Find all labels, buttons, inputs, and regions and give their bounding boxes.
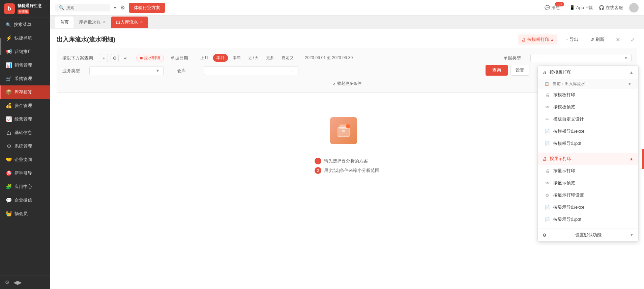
dropdown-footer-default[interactable]: ⚙ 设置默认功能 ▼ bbox=[538, 229, 638, 241]
dropdown-display-export-pdf[interactable]: 📄 按显示导出pdf bbox=[538, 213, 638, 226]
dropdown-display-print[interactable]: 🖨 按显示打印 bbox=[538, 165, 638, 177]
sidebar-item-wechat[interactable]: 💬 企业微信 bbox=[0, 193, 50, 207]
quick-nav-icon: ⚡ bbox=[6, 35, 12, 41]
sidebar: b 畅捷通好生意 标准版 🔍 搜索菜单 ⚡ 快捷导航 📢 营销推广 📊 销售管理 bbox=[0, 0, 50, 289]
template-print-icon: 🖨 bbox=[545, 92, 550, 98]
date-btn-more[interactable]: 更多 bbox=[263, 54, 277, 62]
warehouse-more-icon: ··· bbox=[291, 68, 295, 73]
refresh-button[interactable]: ↺ 刷新 bbox=[587, 34, 608, 45]
current-template-icon: 📋 bbox=[545, 82, 549, 86]
dropdown-section-template: 🖨 按模板打印 👁 按模板预览 ✏ 模板自定义设计 📄 按模板导出excel 📄 bbox=[538, 89, 638, 151]
search-icon: 🔍 bbox=[6, 22, 11, 27]
app-download-icon: 📱 bbox=[569, 5, 575, 10]
main-area: 🔍 ▾ ⚙ 体验行业方案 💬 消息 99+ 📱 App下载 🎧 在线客服 bbox=[50, 0, 644, 289]
topbar-gear-icon[interactable]: ⚙ bbox=[120, 4, 125, 11]
dropdown-template-design[interactable]: ✏ 模板自定义设计 bbox=[538, 113, 638, 125]
filter-settings-button[interactable]: ⚙ bbox=[111, 54, 119, 62]
tab-inventory-batch[interactable]: 库存批次账 ✕ bbox=[74, 17, 111, 28]
add-filter-button[interactable]: + bbox=[100, 54, 108, 62]
sidebar-item-system[interactable]: ⚙ 系统管理 bbox=[0, 139, 50, 153]
date-btn-last-month[interactable]: 上月 bbox=[198, 54, 211, 62]
sidebar-item-inventory[interactable]: 📦 库存核算 bbox=[0, 85, 50, 99]
svg-text:!: ! bbox=[348, 125, 349, 128]
sidebar-item-apps[interactable]: 🧩 应用中心 bbox=[0, 180, 50, 193]
page-header: 出入库流水(流水明细) 🖨 按模板打印 ▲ ↑ 导出 ↺ 刷新 ✕ ⤢ bbox=[50, 29, 644, 45]
dropdown-section-display: 🖨 按显示打印 ▲ 🖨 按显示打印 👁 按显示预览 ⚙ 按显示打印设置 bbox=[538, 153, 638, 227]
tab-home[interactable]: 首页 bbox=[55, 17, 74, 28]
app-download-button[interactable]: 📱 App下载 bbox=[569, 5, 593, 11]
dropdown-template-print[interactable]: 🖨 按模板打印 bbox=[538, 89, 638, 101]
dropdown-collapse-arrow[interactable]: ▲ bbox=[629, 70, 634, 75]
sidebar-item-purchase[interactable]: 🛒 采购管理 bbox=[0, 72, 50, 85]
sidebar-item-guide[interactable]: 🎯 新手引导 bbox=[0, 166, 50, 180]
warehouse-select[interactable]: ··· bbox=[204, 66, 298, 75]
sidebar-item-operations[interactable]: 📈 经营管理 bbox=[0, 112, 50, 126]
dropdown-template-export-pdf[interactable]: 📄 按模板导出pdf bbox=[538, 137, 638, 150]
biz-type-label: 业务类型 bbox=[62, 68, 83, 74]
display-excel-icon: 📄 bbox=[545, 205, 550, 210]
close-stock-flow-tab[interactable]: ✕ bbox=[140, 20, 143, 24]
dropdown-template-export-excel[interactable]: 📄 按模板导出excel bbox=[538, 125, 638, 137]
biz-type-select[interactable]: ▼ bbox=[89, 66, 164, 75]
message-button[interactable]: 💬 消息 99+ bbox=[545, 5, 560, 11]
industry-solution-button[interactable]: 体验行业方案 bbox=[129, 3, 165, 13]
display-section-collapse[interactable]: ▲ bbox=[629, 156, 634, 161]
query-button[interactable]: 查询 bbox=[486, 65, 508, 76]
close-page-button[interactable]: ✕ bbox=[613, 35, 622, 44]
sidebar-item-collab[interactable]: 🤝 企业协同 bbox=[0, 153, 50, 166]
search-input[interactable] bbox=[66, 5, 107, 10]
topbar-dropdown-arrow[interactable]: ▾ bbox=[114, 5, 116, 10]
tab-stock-flow[interactable]: 出入库流水 ✕ bbox=[111, 17, 148, 28]
collapse-more-btn[interactable]: ∧ 收起更多条件 bbox=[329, 79, 365, 88]
display-preview-icon: 👁 bbox=[545, 180, 550, 186]
date-btn-custom[interactable]: 自定义 bbox=[279, 54, 296, 62]
user-avatar[interactable] bbox=[629, 3, 639, 12]
page-content: 出入库流水(流水明细) 🖨 按模板打印 ▲ ↑ 导出 ↺ 刷新 ✕ ⤢ bbox=[50, 29, 644, 289]
box-svg: ! bbox=[335, 122, 352, 139]
dropdown-display-section-header[interactable]: 🖨 按显示打印 ▲ bbox=[538, 153, 638, 165]
sidebar-item-sales[interactable]: 📊 销售管理 bbox=[0, 58, 50, 72]
export-button[interactable]: ↑ 导出 bbox=[563, 34, 582, 45]
svg-rect-3 bbox=[342, 130, 345, 132]
sidebar-item-finance[interactable]: 💰 资金管理 bbox=[0, 99, 50, 112]
sidebar-item-marketing[interactable]: 📢 营销推广 bbox=[0, 45, 50, 58]
topbar-search-box[interactable]: 🔍 bbox=[55, 4, 110, 11]
collapse-sidebar-icon[interactable]: ◀▶ bbox=[13, 279, 22, 286]
biz-type-arrow: ▼ bbox=[155, 68, 160, 73]
empty-steps: 1 请先选择要分析的方案 2 用[过滤]条件来缩小分析范围 bbox=[315, 158, 379, 174]
sidebar-item-member[interactable]: 👑 畅会员 bbox=[0, 207, 50, 220]
online-service-button[interactable]: 🎧 在线客服 bbox=[599, 5, 623, 11]
collapse-filter-button[interactable]: « bbox=[121, 54, 129, 62]
close-inventory-batch-tab[interactable]: ✕ bbox=[103, 20, 106, 24]
date-btn-this-year[interactable]: 本年 bbox=[230, 54, 243, 62]
doc-type-select[interactable]: ▼ bbox=[530, 54, 632, 62]
date-range-display: 2023-06-01 至 2023-06-30 bbox=[305, 55, 353, 61]
settings-button[interactable]: 设置 bbox=[510, 65, 529, 76]
collapse-arrow-icon: ∧ bbox=[333, 81, 336, 86]
tab-bar: 首页 库存批次账 ✕ 出入库流水 ✕ bbox=[50, 16, 644, 29]
footer-arrow: ▼ bbox=[630, 233, 634, 237]
date-btn-7days[interactable]: 近7天 bbox=[245, 54, 261, 62]
page-actions: 🖨 按模板打印 ▲ ↑ 导出 ↺ 刷新 ✕ ⤢ bbox=[518, 34, 637, 45]
dropdown-print-icon: 🖨 bbox=[543, 70, 547, 75]
operations-icon: 📈 bbox=[6, 116, 12, 122]
maximize-button[interactable]: ⤢ bbox=[628, 35, 637, 44]
sidebar-nav: 🔍 搜索菜单 ⚡ 快捷导航 📢 营销推广 📊 销售管理 🛒 采购管理 📦 库存核… bbox=[0, 18, 50, 275]
dropdown-current-template[interactable]: 📋 当前：出入库流水 ▼ bbox=[538, 79, 638, 89]
dropdown-display-preview[interactable]: 👁 按显示预览 bbox=[538, 177, 638, 189]
sidebar-search-menu[interactable]: 🔍 搜索菜单 bbox=[0, 18, 50, 31]
filter-scheme-label: 按以下方案查询 bbox=[62, 55, 93, 61]
empty-icon: ! bbox=[330, 117, 364, 151]
settings-footer-icon[interactable]: ⚙ bbox=[5, 279, 9, 286]
dropdown-display-settings[interactable]: ⚙ 按显示打印设置 bbox=[538, 189, 638, 201]
doc-type-label: 单据类型 bbox=[503, 55, 524, 61]
marketing-icon: 📢 bbox=[6, 49, 12, 55]
sidebar-item-quick-nav[interactable]: ⚡ 快捷导航 bbox=[0, 31, 50, 45]
empty-step-2: 2 用[过滤]条件来缩小分析范围 bbox=[315, 167, 379, 174]
dropdown-template-preview[interactable]: 👁 按模板预览 bbox=[538, 101, 638, 113]
sidebar-item-basic[interactable]: 🗂 基础信息 bbox=[0, 126, 50, 139]
template-print-button[interactable]: 🖨 按模板打印 ▲ bbox=[518, 34, 557, 45]
date-label: 单据日期 bbox=[171, 55, 191, 61]
dropdown-display-export-excel[interactable]: 📄 按显示导出excel bbox=[538, 201, 638, 213]
date-btn-this-month[interactable]: 本月 bbox=[213, 54, 228, 62]
